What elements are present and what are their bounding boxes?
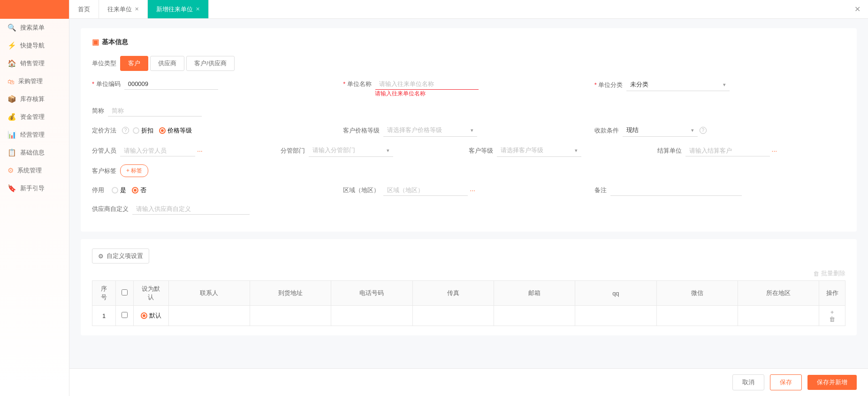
close-window-button[interactable]: ✕ [847,5,868,14]
sidebar-item-inventory[interactable]: 📦 库存核算 [0,90,69,108]
row-add-icon[interactable]: + [830,309,834,316]
search-icon: 🔍 [8,23,16,32]
table-row: 1 默认 [92,306,845,326]
department-field: 分管部门 请输入分管部门 ▾ [281,144,469,157]
department-select[interactable]: 请输入分管部门 ▾ [309,144,393,157]
bag-icon: 🛍 [8,78,15,85]
radio-price-level[interactable]: 价格等级 [159,126,192,135]
close-new-contact-icon[interactable]: ✕ [196,6,200,12]
row-region-input[interactable] [746,312,812,319]
main-area: 首页 往来单位 ✕ 新增往来单位 ✕ ✕ ▣ 基本信息 单位类型 客户 [69,0,868,396]
unit-category-select[interactable]: 未分类 ▾ [626,78,730,91]
save-and-new-button[interactable]: 保存并新增 [807,375,857,390]
manager-input[interactable] [120,145,195,156]
page-content: ▣ 基本信息 单位类型 客户 供应商 客户/供应商 单位编码 [69,19,868,368]
manager-more-icon[interactable]: ··· [195,147,205,155]
row-wechat-input[interactable] [664,312,730,319]
unit-name-input[interactable] [375,78,479,90]
row-default-radio [141,312,147,319]
btn-both[interactable]: 客户/供应商 [186,56,235,71]
row-qq-input[interactable] [583,312,649,319]
region-more-icon[interactable]: ··· [468,186,477,194]
disabled-label: 停用 [92,186,104,194]
payment-terms-help-icon[interactable]: ? [700,127,707,134]
customer-tag-field: 客户标签 + 标签 [92,164,845,177]
supplier-custom-label: 供应商自定义 [92,205,129,213]
row-address [250,306,331,326]
close-contacts-icon[interactable]: ✕ [135,6,139,12]
table-select-all[interactable] [122,289,128,295]
row-delete-icon[interactable]: 🗑 [829,316,835,323]
settlement-more-icon[interactable]: ··· [770,147,779,155]
tab-contacts[interactable]: 往来单位 ✕ [99,0,148,18]
tab-new-contact[interactable]: 新增往来单位 ✕ [148,0,209,18]
sidebar-item-search[interactable]: 🔍 搜索菜单 [0,19,69,37]
home-icon: 🏠 [8,59,16,68]
customer-level-select[interactable]: 请选择客户等级 ▾ [497,144,581,157]
supplier-custom-row: 供应商自定义 [92,203,845,215]
short-name-field: 简称 [92,105,845,116]
unit-category-field: 单位分类 未分类 ▾ [594,78,845,91]
money-icon: 💰 [8,113,16,121]
batch-delete-button[interactable]: 🗑 批量删除 [813,269,845,278]
unit-code-input[interactable] [124,78,218,90]
pricing-radio-group: 折扣 价格等级 [133,126,192,135]
sidebar-item-purchase[interactable]: 🛍 采购管理 [0,72,69,90]
radio-yes[interactable]: 是 [112,186,126,194]
tab-home[interactable]: 首页 [69,0,99,18]
add-tag-button[interactable]: + 标签 [120,164,148,177]
payment-arrow-icon: ▾ [691,127,694,133]
sidebar-item-starter[interactable]: 🔖 新手引导 [0,179,69,197]
row-address-input[interactable] [258,312,324,319]
col-address: 到货地址 [250,281,331,306]
sidebar-item-quicknav[interactable]: ⚡ 快捷导航 [0,37,69,54]
pricing-method-label: 定价方法 [92,126,116,135]
pricing-help-icon[interactable]: ? [122,127,129,134]
disabled-radio-group: 是 否 [112,186,146,194]
customer-tag-label: 客户标签 [92,167,116,175]
remark-input[interactable] [610,185,742,196]
customer-price-level-select[interactable]: 请选择客户价格等级 ▾ [383,124,477,137]
row-phone-input[interactable] [339,312,405,319]
sidebar-item-system[interactable]: ⚙ 系统管理 [0,162,69,179]
region-input[interactable] [383,185,468,196]
row-wechat [656,306,738,326]
radio-yes-circle [112,187,118,194]
settlement-unit-input[interactable] [685,145,770,156]
row-email [494,306,575,326]
cancel-button[interactable]: 取消 [732,374,764,390]
btn-customer[interactable]: 客户 [120,56,148,71]
col-qq: qq [575,281,656,306]
custom-settings-button[interactable]: ⚙ 自定义项设置 [92,248,149,264]
short-name-input[interactable] [108,105,202,116]
row-fax [412,306,494,326]
unit-category-label: 单位分类 [594,81,623,89]
payment-terms-select[interactable]: 现结 ▾ [623,124,698,137]
settlement-unit-field: 结算单位 ··· [657,145,846,156]
sidebar-item-operations[interactable]: 📊 经营管理 [0,126,69,144]
sidebar-item-sales[interactable]: 🏠 销售管理 [0,54,69,72]
customer-level-field: 客户等级 请选择客户等级 ▾ [469,144,657,157]
col-fax: 传真 [412,281,494,306]
clipboard-icon: 📋 [8,148,16,157]
col-email: 邮箱 [494,281,575,306]
col-default: 设为默认 [134,281,169,306]
row-email-input[interactable] [502,312,568,319]
sidebar-item-finance[interactable]: 💰 资金管理 [0,108,69,126]
btn-supplier[interactable]: 供应商 [150,56,184,71]
customer-price-level-label: 客户价格等级 [343,126,380,135]
sidebar-item-basic-info[interactable]: 📋 基础信息 [0,144,69,162]
radio-discount[interactable]: 折扣 [133,126,153,135]
table-section: ⚙ 自定义项设置 🗑 批量删除 序号 设为默认 联系人 到货地址 [81,239,857,335]
row-fax-input[interactable] [420,312,486,319]
save-button[interactable]: 保存 [770,374,802,390]
short-name-row: 简称 [92,105,845,116]
batch-delete-icon: 🗑 [813,270,819,277]
row-contact-input[interactable] [176,312,243,319]
pricing-method-field: 定价方法 ? 折扣 价格等级 [92,126,343,135]
row-select-checkbox[interactable] [122,312,128,318]
radio-no[interactable]: 否 [132,186,146,194]
supplier-custom-input[interactable] [132,203,250,215]
flash-icon: ⚡ [8,41,16,50]
col-region: 所在地区 [738,281,819,306]
